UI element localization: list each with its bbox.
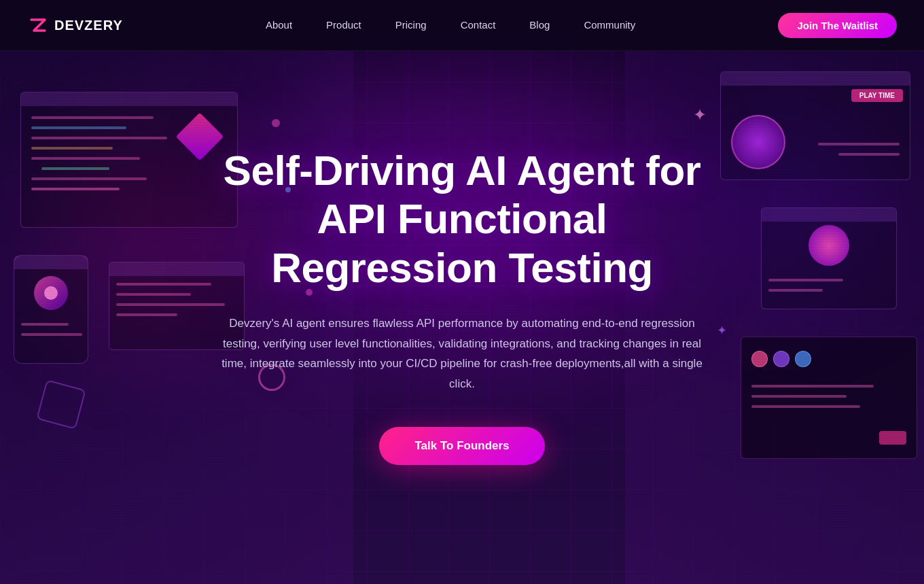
navbar: DEVZERY About Product Pricing Contact Bl… — [0, 0, 924, 51]
nav-item-about[interactable]: About — [252, 14, 306, 36]
star-deco: ✦ — [693, 105, 707, 124]
nav-item-blog[interactable]: Blog — [516, 14, 563, 36]
hero-content: Self-Driving AI Agent for API Functional… — [170, 146, 754, 465]
logo-icon — [27, 14, 49, 36]
talk-to-founders-button[interactable]: Talk To Founders — [379, 427, 544, 465]
rect-deco — [36, 379, 86, 429]
hero-subtitle: Devzery's AI agent ensures flawless API … — [217, 313, 707, 394]
nav-item-community[interactable]: Community — [570, 14, 649, 36]
phone-device — [14, 255, 88, 364]
orb-icon — [808, 225, 849, 266]
control-panel-right — [741, 337, 917, 459]
hero-section: PLAY TIME ✦ ✦ — [0, 0, 924, 584]
nav-item-product[interactable]: Product — [313, 14, 375, 36]
screen-box-right-mid — [761, 207, 897, 309]
nav-links: About Product Pricing Contact Blog Commu… — [252, 19, 649, 31]
logo-link[interactable]: DEVZERY — [27, 14, 123, 36]
nav-item-pricing[interactable]: Pricing — [382, 14, 440, 36]
nav-item-contact[interactable]: Contact — [447, 14, 510, 36]
logo-text: DEVZERY — [54, 18, 123, 33]
join-waitlist-button[interactable]: Join The Waitlist — [778, 13, 897, 38]
dot-1 — [272, 119, 280, 127]
hero-title: Self-Driving AI Agent for API Functional… — [197, 146, 727, 292]
